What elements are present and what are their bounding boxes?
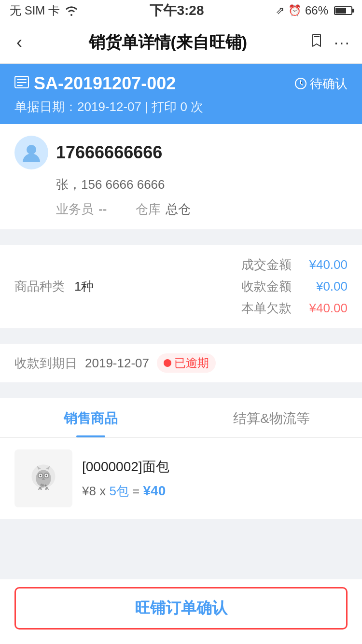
clock-icon bbox=[294, 77, 307, 90]
order-header: SA-20191207-002 待确认 单据日期：2019-12-07 | 打印… bbox=[0, 64, 362, 124]
svg-point-10 bbox=[40, 475, 42, 476]
product-item: 督+ [0000002]面包 ¥8 x 5包 = ¥40 bbox=[0, 438, 362, 519]
status-bar-time: 下午3:28 bbox=[150, 1, 204, 20]
product-image-icon: 督+ bbox=[27, 462, 60, 495]
tabs-section: 销售商品 结算&物流等 bbox=[0, 398, 362, 438]
svg-text:督+: 督+ bbox=[40, 483, 47, 488]
product-total: ¥40 bbox=[143, 483, 166, 498]
salesman-meta: 业务员 -- bbox=[56, 201, 107, 218]
customer-avatar bbox=[14, 136, 48, 169]
customer-phone: 17666666666 bbox=[56, 142, 162, 163]
product-info: [0000002]面包 ¥8 x 5包 = ¥40 bbox=[82, 458, 348, 500]
divider-3 bbox=[0, 390, 362, 398]
due-date-section: 收款到期日 2019-12-07 已逾期 bbox=[0, 344, 362, 382]
customer-row: 17666666666 bbox=[14, 136, 348, 169]
order-date: 单据日期：2019-12-07 | 打印 0 次 bbox=[14, 98, 348, 115]
overdue-text: 已逾期 bbox=[174, 355, 209, 371]
transaction-value: ¥40.00 bbox=[299, 257, 348, 272]
customer-meta: 业务员 -- 仓库 总仓 bbox=[14, 201, 348, 218]
owed-value: ¥40.00 bbox=[299, 301, 348, 316]
status-bar: 无 SIM 卡 下午3:28 ⇗ ⏰ 66% bbox=[0, 0, 362, 21]
avatar-icon bbox=[21, 142, 42, 163]
tab-settlement[interactable]: 结算&物流等 bbox=[181, 398, 362, 437]
battery-percent: 66% bbox=[305, 4, 328, 17]
customer-name: 张，156 6666 6666 bbox=[14, 176, 348, 193]
order-status-text: 待确认 bbox=[310, 75, 348, 92]
svg-point-3 bbox=[27, 145, 36, 154]
tab-sales-products-label: 销售商品 bbox=[64, 411, 118, 426]
warehouse-value: 总仓 bbox=[166, 201, 191, 218]
category-label: 商品种类 bbox=[14, 278, 65, 295]
overdue-dot-icon bbox=[164, 359, 171, 367]
product-section: 督+ [0000002]面包 ¥8 x 5包 = ¥40 bbox=[0, 438, 362, 519]
due-date-value: 2019-12-07 bbox=[85, 356, 149, 371]
product-equals: = bbox=[129, 484, 143, 498]
carrier-label: 无 SIM 卡 bbox=[10, 3, 60, 18]
summary-section: 商品种类 1种 成交金额 ¥40.00 收款金额 ¥0.00 本单欠款 ¥40.… bbox=[0, 245, 362, 328]
status-bar-left: 无 SIM 卡 bbox=[10, 3, 78, 18]
nav-actions: ··· bbox=[309, 33, 350, 52]
transaction-label: 成交金额 bbox=[241, 256, 292, 273]
confirm-order-button[interactable]: 旺铺订单确认 bbox=[14, 587, 348, 630]
product-thumbnail: 督+ bbox=[14, 449, 72, 507]
nav-bar: ‹ 销货单详情(来自旺铺) ··· bbox=[0, 21, 362, 64]
divider-1 bbox=[0, 237, 362, 245]
customer-section: 17666666666 张，156 6666 6666 业务员 -- 仓库 总仓 bbox=[0, 124, 362, 229]
owed-row: 本单欠款 ¥40.00 bbox=[241, 300, 348, 317]
product-unit-price: ¥8 x bbox=[82, 484, 109, 498]
svg-rect-0 bbox=[321, 34, 324, 37]
due-date-label: 收款到期日 bbox=[14, 355, 77, 372]
divider-2 bbox=[0, 336, 362, 344]
owed-label: 本单欠款 bbox=[241, 300, 292, 317]
back-button[interactable]: ‹ bbox=[12, 28, 27, 57]
page-title: 销货单详情(来自旺铺) bbox=[89, 31, 248, 54]
summary-grid: 商品种类 1种 成交金额 ¥40.00 收款金额 ¥0.00 本单欠款 ¥40.… bbox=[14, 256, 348, 317]
order-status: 待确认 bbox=[294, 75, 348, 92]
received-value: ¥0.00 bbox=[299, 279, 348, 294]
svg-point-11 bbox=[45, 475, 47, 476]
warehouse-meta: 仓库 总仓 bbox=[136, 201, 191, 218]
summary-right: 成交金额 ¥40.00 收款金额 ¥0.00 本单欠款 ¥40.00 bbox=[241, 256, 348, 317]
category-value: 1种 bbox=[74, 278, 94, 295]
battery-icon bbox=[334, 6, 352, 15]
tab-sales-products[interactable]: 销售商品 bbox=[0, 398, 181, 437]
salesman-label: 业务员 bbox=[56, 201, 94, 218]
salesman-value: -- bbox=[98, 202, 107, 217]
bottom-bar: 旺铺订单确认 bbox=[0, 579, 362, 644]
order-id: SA-20191207-002 bbox=[14, 73, 176, 94]
tab-settlement-label: 结算&物流等 bbox=[233, 411, 310, 426]
received-row: 收款金额 ¥0.00 bbox=[241, 278, 348, 295]
overdue-badge: 已逾期 bbox=[157, 353, 216, 373]
product-qty: 5包 bbox=[109, 484, 128, 498]
transaction-row: 成交金额 ¥40.00 bbox=[241, 256, 348, 273]
product-price: ¥8 x 5包 = ¥40 bbox=[82, 483, 348, 500]
wifi-icon bbox=[65, 5, 78, 16]
location-icon: ⇗ bbox=[276, 4, 284, 17]
summary-left: 商品种类 1种 bbox=[14, 256, 94, 317]
alarm-icon: ⏰ bbox=[288, 4, 301, 17]
tabs-bar: 销售商品 结算&物流等 bbox=[0, 398, 362, 438]
received-label: 收款金额 bbox=[241, 278, 292, 295]
order-id-icon bbox=[14, 76, 29, 92]
status-bar-right: ⇗ ⏰ 66% bbox=[276, 4, 352, 17]
order-id-row: SA-20191207-002 待确认 bbox=[14, 73, 348, 94]
warehouse-label: 仓库 bbox=[136, 201, 161, 218]
product-name: [0000002]面包 bbox=[82, 458, 348, 476]
share-icon[interactable] bbox=[309, 33, 324, 52]
order-id-text: SA-20191207-002 bbox=[34, 73, 176, 94]
more-icon[interactable]: ··· bbox=[334, 33, 350, 52]
